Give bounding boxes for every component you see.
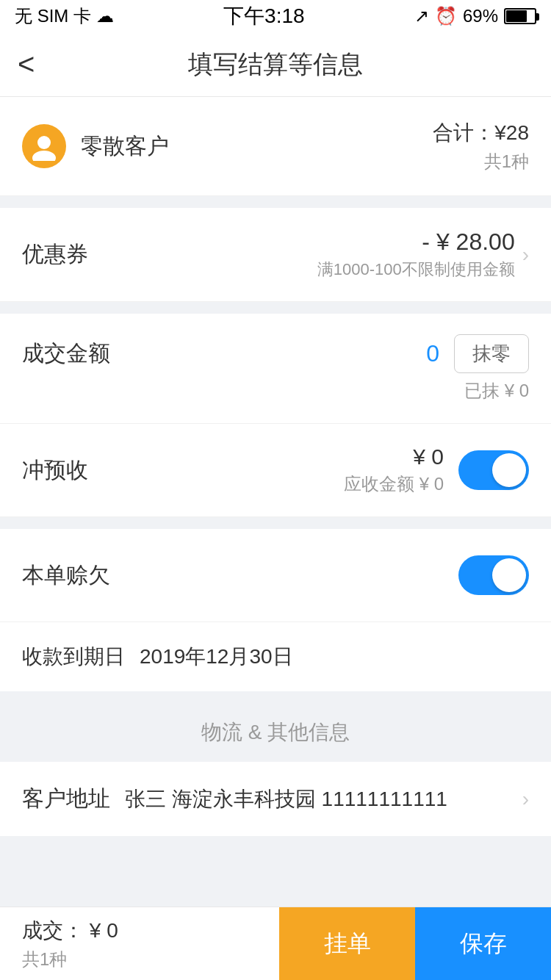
- location-icon: ↗: [414, 6, 429, 26]
- bottom-bar: 成交： ¥ 0 共1种 挂单 保存: [0, 907, 551, 980]
- battery-icon: [504, 8, 536, 24]
- address-chevron-icon: ›: [522, 788, 529, 811]
- amount-value: 0: [426, 340, 439, 367]
- status-time: 下午3:18: [223, 2, 305, 30]
- bottom-summary-label: 成交：: [22, 919, 84, 942]
- svg-point-0: [37, 136, 51, 149]
- amount-sub-text: 已抹 ¥ 0: [22, 379, 529, 403]
- logistics-section: 物流 & 其他信息: [0, 703, 551, 762]
- address-value: 张三 海淀永丰科技园 11111111111: [125, 785, 522, 813]
- coupon-row[interactable]: 优惠券 - ¥ 28.00 满1000-100不限制使用金额 ›: [0, 208, 551, 302]
- amount-row-top: 成交金额 0 抹零: [22, 334, 529, 373]
- coupon-discount: - ¥ 28.00: [317, 228, 515, 256]
- prepay-row: 冲预收 ¥ 0 应收金额 ¥ 0: [0, 424, 551, 517]
- nav-bar: < 填写结算等信息: [0, 32, 551, 97]
- amount-row: 成交金额 0 抹零 已抹 ¥ 0: [0, 314, 551, 424]
- page-title: 填写结算等信息: [188, 48, 363, 82]
- bottom-transaction-value: 成交： ¥ 0: [22, 917, 257, 945]
- customer-name: 零散客户: [81, 131, 169, 162]
- prepay-right: ¥ 0 应收金额 ¥ 0: [344, 444, 529, 496]
- customer-section: 零散客户 合计：¥28 共1种: [0, 97, 551, 196]
- bottom-count: 共1种: [22, 948, 257, 971]
- address-label: 客户地址: [22, 784, 110, 814]
- customer-total: 合计：¥28: [433, 119, 529, 147]
- coupon-info: - ¥ 28.00 满1000-100不限制使用金额: [317, 228, 515, 281]
- prepay-label: 冲预收: [22, 455, 88, 486]
- alarm-icon: ⏰: [435, 6, 457, 26]
- address-row[interactable]: 客户地址 张三 海淀永丰科技园 11111111111 ›: [0, 762, 551, 836]
- due-date-value: 2019年12月30日: [140, 643, 293, 671]
- coupon-label: 优惠券: [22, 239, 88, 270]
- customer-total-section: 合计：¥28 共1种: [433, 119, 529, 173]
- divider-1: [0, 196, 551, 208]
- divider-4: [0, 691, 551, 703]
- prepay-receivable: 应收金额 ¥ 0: [344, 472, 444, 496]
- amount-right: 0 抹零: [426, 334, 529, 373]
- divider-2: [0, 302, 551, 314]
- prepay-toggle[interactable]: [458, 450, 529, 490]
- sim-text: 无 SIM 卡 ☁: [15, 4, 114, 28]
- save-button[interactable]: 保存: [415, 907, 551, 980]
- debit-label: 本单赊欠: [22, 561, 110, 591]
- customer-count: 共1种: [433, 150, 529, 173]
- status-bar: 无 SIM 卡 ☁ 下午3:18 ↗ ⏰ 69%: [0, 0, 551, 32]
- prepay-info: ¥ 0 应收金额 ¥ 0: [344, 444, 444, 496]
- prepay-amount: ¥ 0: [344, 444, 444, 469]
- customer-info: 零散客户: [22, 124, 169, 168]
- coupon-chevron-icon: ›: [522, 243, 529, 267]
- debit-toggle[interactable]: [458, 555, 529, 595]
- coupon-description: 满1000-100不限制使用金额: [317, 259, 515, 281]
- divider-3: [0, 517, 551, 529]
- transaction-section: 成交金额 0 抹零 已抹 ¥ 0 冲预收 ¥ 0 应收金额 ¥ 0: [0, 314, 551, 517]
- logistics-title: 物流 & 其他信息: [201, 718, 350, 746]
- amount-label: 成交金额: [22, 339, 110, 369]
- round-button[interactable]: 抹零: [454, 334, 529, 373]
- bottom-summary-value: ¥ 0: [90, 919, 118, 942]
- due-date-label: 收款到期日: [22, 643, 125, 671]
- back-button[interactable]: <: [18, 48, 35, 81]
- status-left: 无 SIM 卡 ☁: [15, 4, 114, 28]
- svg-point-1: [32, 151, 56, 161]
- coupon-section: 优惠券 - ¥ 28.00 满1000-100不限制使用金额 ›: [0, 208, 551, 302]
- due-date-row: 收款到期日 2019年12月30日: [0, 621, 551, 691]
- coupon-right: - ¥ 28.00 满1000-100不限制使用金额 ›: [317, 228, 529, 281]
- battery-percent: 69%: [463, 6, 498, 26]
- status-right: ↗ ⏰ 69%: [414, 6, 536, 26]
- bottom-summary: 成交： ¥ 0 共1种: [0, 917, 279, 971]
- hold-button[interactable]: 挂单: [279, 907, 415, 980]
- content: 零散客户 合计：¥28 共1种 优惠券 - ¥ 28.00 满1000-100不…: [0, 97, 551, 980]
- customer-avatar: [22, 124, 66, 168]
- debit-section: 本单赊欠 收款到期日 2019年12月30日: [0, 529, 551, 691]
- debit-row: 本单赊欠: [0, 529, 551, 621]
